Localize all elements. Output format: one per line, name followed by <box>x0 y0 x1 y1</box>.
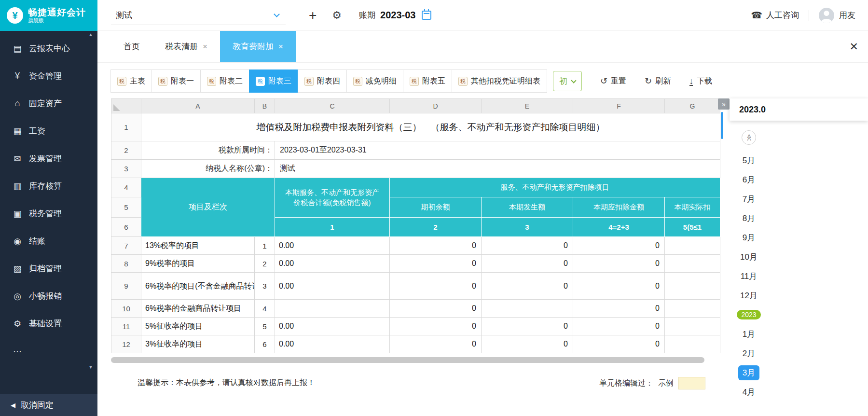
row-number[interactable]: 7 <box>111 237 141 255</box>
month-item-apr[interactable]: 4月 <box>733 382 764 402</box>
cell-f[interactable]: 0 <box>573 255 665 273</box>
cell-g[interactable] <box>665 237 720 255</box>
tab-education-surcharge[interactable]: 教育费附加 × <box>220 31 296 62</box>
month-item-dec[interactable]: 12月 <box>733 286 764 305</box>
user-name[interactable]: 用友 <box>839 10 855 21</box>
cell-f[interactable]: 0 <box>573 335 665 353</box>
subtab-appendix-2[interactable]: 税 附表二 <box>200 69 249 93</box>
sidebar-item-partial[interactable]: ⋯ <box>0 337 97 365</box>
sidebar-item-closing[interactable]: ◉ 结账 <box>0 227 97 255</box>
cell-c[interactable]: 0.00 <box>275 237 390 255</box>
row-number[interactable]: 5 <box>111 197 141 218</box>
subtab-appendix-3[interactable]: 税 附表三 <box>249 69 298 93</box>
sidebar-scroll-up-icon[interactable]: ▲ <box>88 32 93 37</box>
add-account-button[interactable]: + <box>309 8 317 23</box>
subtab-other-deduction-voucher[interactable]: 税 其他扣税凭证明细表 <box>452 69 547 93</box>
opening-period-button[interactable]: 初 <box>553 71 582 91</box>
sidebar-item-expense-reimburse[interactable]: ◎ 小畅报销 <box>0 282 97 310</box>
cell-e[interactable]: 0 <box>482 273 573 300</box>
cell-e[interactable]: 0 <box>482 318 573 335</box>
cell-g[interactable] <box>665 273 720 300</box>
cell-d[interactable]: 0 <box>390 237 482 255</box>
month-item-sep[interactable]: 9月 <box>733 228 764 247</box>
column-header-a[interactable]: A <box>141 99 255 113</box>
column-header-d[interactable]: D <box>390 99 482 113</box>
download-button[interactable]: ↓ 下载 <box>689 76 712 86</box>
cell-d[interactable]: 0 <box>390 300 482 318</box>
sidebar-item-archive-management[interactable]: ▨ 归档管理 <box>0 255 97 282</box>
column-header-f[interactable]: F <box>573 99 665 113</box>
column-header-c[interactable]: C <box>275 99 390 113</box>
close-page-icon[interactable]: ✕ <box>850 41 858 53</box>
month-item-feb[interactable]: 2月 <box>733 344 764 363</box>
cell-c[interactable]: 0.00 <box>275 273 390 300</box>
cell-c[interactable] <box>275 300 390 318</box>
cell-g[interactable] <box>665 318 720 335</box>
vertical-scrollbar-thumb[interactable] <box>721 112 723 139</box>
month-item-nov[interactable]: 11月 <box>733 266 764 286</box>
year-badge[interactable]: 2023 <box>733 305 764 324</box>
column-header-g[interactable]: G <box>665 99 720 113</box>
subtab-appendix-1[interactable]: 税 附表一 <box>152 69 201 93</box>
cell-f[interactable]: 0 <box>573 318 665 335</box>
cell-f[interactable]: 0 <box>573 237 665 255</box>
refresh-button[interactable]: ↻ 刷新 <box>645 76 671 86</box>
close-icon[interactable]: × <box>278 42 283 52</box>
row-number[interactable]: 2 <box>111 141 141 160</box>
sidebar-item-tax-management[interactable]: ▣ 税务管理 <box>0 200 97 227</box>
cell-f[interactable]: 0 <box>573 300 665 318</box>
unpin-sidebar-button[interactable]: ◀ 取消固定 <box>0 394 97 416</box>
month-item-oct[interactable]: 10月 <box>733 247 764 266</box>
expand-panel-button[interactable]: » <box>718 98 730 110</box>
subtab-appendix-4[interactable]: 税 附表四 <box>298 69 347 93</box>
cell-d[interactable]: 0 <box>390 335 482 353</box>
sidebar-item-invoice-management[interactable]: ✉ 发票管理 <box>0 145 97 172</box>
cell-d[interactable]: 0 <box>390 318 482 335</box>
sidebar-scroll-down-icon[interactable]: ▼ <box>88 364 93 370</box>
month-item-jul[interactable]: 7月 <box>733 189 764 208</box>
month-item-aug[interactable]: 8月 <box>733 208 764 228</box>
cell-g[interactable] <box>665 335 720 353</box>
row-number[interactable]: 6 <box>111 218 141 237</box>
month-item-may[interactable]: 5月 <box>733 151 764 170</box>
cell-e[interactable] <box>482 300 573 318</box>
accounting-period-picker[interactable]: 账期 2023-03 <box>359 10 431 21</box>
select-all-corner[interactable] <box>111 99 141 113</box>
row-number[interactable]: 11 <box>111 318 141 335</box>
sidebar-item-inventory-accounting[interactable]: ▥ 库存核算 <box>0 172 97 200</box>
cell-d[interactable]: 0 <box>390 273 482 300</box>
row-number[interactable]: 8 <box>111 255 141 273</box>
account-set-dropdown[interactable]: 测试 <box>111 6 286 25</box>
collapse-up-button[interactable]: ≫ <box>742 130 756 145</box>
row-number[interactable]: 12 <box>111 335 141 353</box>
sidebar-item-funds-management[interactable]: ¥ 资金管理 <box>0 62 97 90</box>
horizontal-scrollbar[interactable] <box>111 357 704 363</box>
cell-c[interactable]: 0.00 <box>275 255 390 273</box>
row-number[interactable]: 10 <box>111 300 141 318</box>
month-item-mar-active[interactable]: 3月 <box>733 363 764 382</box>
close-icon[interactable]: × <box>203 42 207 52</box>
row-number[interactable]: 4 <box>111 178 141 197</box>
row-number[interactable]: 1 <box>111 113 141 141</box>
tab-home[interactable]: 首页 <box>111 31 152 62</box>
cell-e[interactable]: 0 <box>482 255 573 273</box>
cell-e[interactable]: 0 <box>482 237 573 255</box>
cell-g[interactable] <box>665 300 720 318</box>
consult-button[interactable]: ☎ 人工咨询 <box>751 10 799 21</box>
sidebar-item-fixed-assets[interactable]: ⌂ 固定资产 <box>0 90 97 117</box>
month-item-jan[interactable]: 1月 <box>733 324 764 344</box>
settings-gear-icon[interactable]: ⚙ <box>332 9 342 22</box>
user-avatar[interactable] <box>819 8 834 23</box>
cell-e[interactable]: 0 <box>482 335 573 353</box>
month-item-jun[interactable]: 6月 <box>733 170 764 189</box>
cell-c[interactable]: 0.00 <box>275 335 390 353</box>
row-number[interactable]: 9 <box>111 273 141 300</box>
sidebar-item-salary[interactable]: ▦ 工资 <box>0 117 97 145</box>
sidebar-item-basic-settings[interactable]: ⚙ 基础设置 <box>0 310 97 337</box>
subtab-main-table[interactable]: 税 主表 <box>110 69 152 93</box>
subtab-reduction-detail[interactable]: 税 减免明细 <box>346 69 403 93</box>
sidebar-item-cloud-report-center[interactable]: ▤ 云报表中心 <box>0 35 97 62</box>
cell-g[interactable] <box>665 255 720 273</box>
cell-f[interactable]: 0 <box>573 273 665 300</box>
column-header-e[interactable]: E <box>482 99 573 113</box>
